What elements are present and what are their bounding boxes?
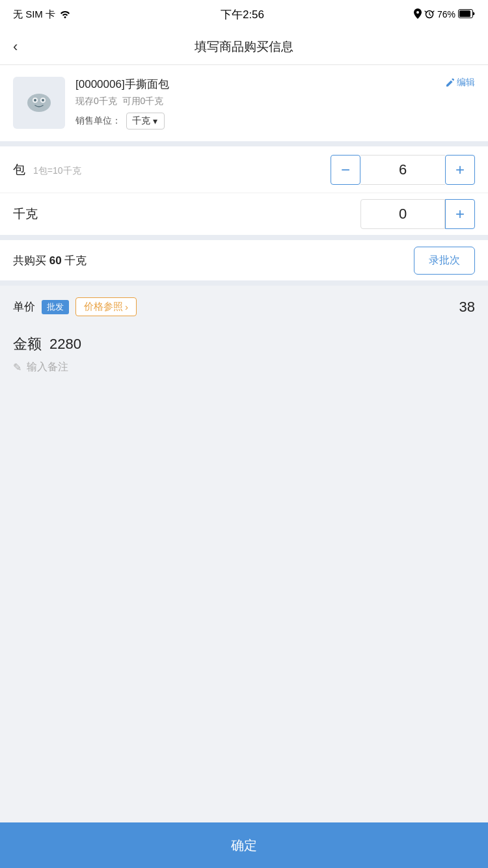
qty1-input[interactable] — [360, 155, 445, 185]
total-row: 共购买 60 千克 录批次 — [0, 240, 488, 286]
unit-select[interactable]: 千克 ▾ — [126, 113, 165, 129]
price-badge: 批发 — [42, 300, 69, 314]
qty1-minus-button[interactable]: − — [331, 155, 360, 185]
qty1-label: 包 — [13, 161, 25, 178]
qty2-label: 千克 — [13, 206, 38, 223]
record-batch-button[interactable]: 录批次 — [414, 247, 475, 275]
product-name: [0000006]手撕面包 — [75, 77, 169, 92]
product-stock: 现存0千克 可用0千克 — [75, 96, 475, 107]
qty1-control: − + — [331, 155, 475, 185]
svg-point-3 — [27, 94, 51, 112]
total-text: 共购买 60 千克 — [13, 253, 87, 268]
chevron-right-icon: › — [125, 301, 128, 312]
edit-button[interactable]: 编辑 — [446, 77, 475, 88]
amount-value: 2280 — [49, 336, 81, 353]
amount-row: 金额 2280 — [13, 334, 475, 354]
qty-row-bao: 包 1包=10千克 − + — [0, 146, 488, 193]
confirm-label: 确定 — [231, 837, 257, 854]
battery-text: 76% — [437, 9, 455, 20]
product-card: [0000006]手撕面包 编辑 现存0千克 可用0千克 销售单位： 千克 ▾ — [0, 65, 488, 146]
price-label: 单价 — [13, 299, 35, 314]
chevron-down-icon: ▾ — [153, 116, 157, 126]
product-info: [0000006]手撕面包 编辑 现存0千克 可用0千克 销售单位： 千克 ▾ — [75, 77, 475, 129]
pencil-icon: ✎ — [13, 361, 21, 373]
carrier-text: 无 SIM 卡 — [13, 8, 55, 21]
qty-row-kg: 千克 + — [0, 193, 488, 240]
amount-label: 金额 — [13, 334, 42, 354]
back-button[interactable]: ‹ — [13, 38, 18, 55]
qty2-control: + — [360, 199, 475, 229]
qty1-hint: 1包=10千克 — [33, 165, 81, 177]
amount-section: 金额 2280 ✎ 输入备注 — [0, 328, 488, 381]
price-ref-button[interactable]: 价格参照 › — [75, 297, 137, 316]
product-thumbnail — [13, 77, 65, 129]
price-value: 38 — [459, 299, 475, 316]
page-title: 填写商品购买信息 — [195, 38, 293, 55]
status-left: 无 SIM 卡 — [13, 8, 71, 21]
status-right: 76% — [414, 8, 475, 21]
qty2-input[interactable] — [360, 199, 445, 229]
alarm-icon — [424, 8, 435, 21]
note-row[interactable]: ✎ 输入备注 — [13, 360, 475, 374]
page-spacer — [0, 381, 488, 641]
status-bar: 无 SIM 卡 下午2:56 76% — [0, 0, 488, 29]
status-time: 下午2:56 — [221, 7, 264, 22]
svg-point-6 — [34, 99, 36, 102]
note-placeholder: 输入备注 — [27, 360, 68, 374]
battery-icon — [458, 9, 475, 20]
location-icon — [414, 8, 422, 21]
qty1-plus-button[interactable]: + — [445, 155, 475, 185]
price-row: 单价 批发 价格参照 › 38 — [0, 286, 488, 328]
wifi-icon — [59, 9, 71, 20]
confirm-button[interactable]: 确定 — [0, 822, 488, 868]
page-header: ‹ 填写商品购买信息 — [0, 29, 488, 65]
product-unit-row: 销售单位： 千克 ▾ — [75, 113, 475, 129]
svg-point-7 — [42, 99, 44, 102]
qty2-plus-button[interactable]: + — [445, 199, 475, 229]
svg-rect-2 — [459, 10, 470, 17]
